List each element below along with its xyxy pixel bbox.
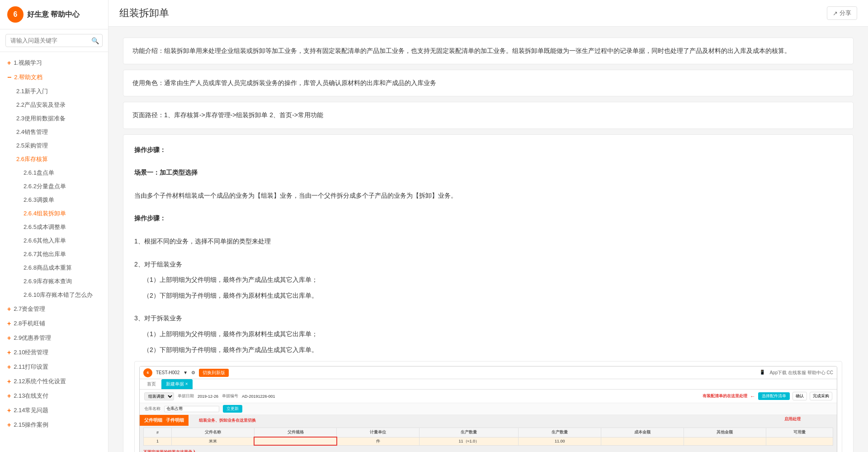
ms-top-table-wrap: # 父件名称 父件规格 计量单位 生产数量 生产数量 成本金额 其他金额 可用量: [140, 426, 837, 447]
logo-area: 6 好生意 帮助中心: [0, 0, 108, 29]
ms-col-prod-qty2: 生产数量: [519, 428, 601, 438]
ms-date-value: 2019-12-26: [198, 394, 218, 399]
ms-switch-btn[interactable]: 切换到新版: [199, 369, 229, 377]
sidebar: 6 好生意 帮助中心 🔍 + 1.视频学习 − 2.帮助文档 2.1新手入门 2…: [0, 0, 108, 452]
step2: 2、对于组装业务: [134, 258, 842, 271]
ms-col-hash: #: [144, 428, 172, 438]
expand-icon-2-12: +: [7, 378, 11, 385]
sidebar-item-2-13[interactable]: + 2.13在线支付: [0, 389, 108, 403]
sidebar-item-2-6-7[interactable]: 2.6.7其他出库单: [0, 247, 108, 261]
ms-cell-unit: 件: [337, 437, 420, 445]
sidebar-item-2-10[interactable]: + 2.10经营管理: [0, 345, 108, 360]
sidebar-item-2-6-6[interactable]: 2.6.6其他入库单: [0, 234, 108, 247]
ms-annotation-tabs: 组装业务、拆卸业务在这里切换: [199, 418, 256, 423]
sidebar-item-2-11-label: 2.11打印设置: [14, 363, 48, 371]
sidebar-item-2-6-3[interactable]: 2.6.3调拨单: [0, 193, 108, 207]
sidebar-item-2-1[interactable]: 2.1新手入门: [0, 85, 108, 98]
ms-col-cost: 成本金额: [601, 428, 684, 438]
ms-update-btn[interactable]: 立更新: [223, 405, 242, 413]
screenshot-container: 6 TEST-H002 ▼ ⚙ 切换到新版 📱 App下载 在线客服 帮助中心 …: [134, 361, 842, 452]
sidebar-item-2-15[interactable]: + 2.15操作案例: [0, 418, 108, 432]
ms-col-avail: 可用量: [766, 428, 833, 438]
logo-text: 好生意 帮助中心: [27, 10, 80, 19]
step3: 3、对于拆装业务: [134, 312, 842, 324]
ms-cell-parent-name: 米米: [172, 437, 255, 445]
expand-icon-2-7: +: [7, 305, 11, 313]
ms-toolbar-right: 有装配清单的在这里处理 ← 选择配件清单 确认 完成采购: [279, 392, 832, 400]
step3-1: （1）上部明细为父件明细，最终作为原材料生成其它出库单；: [143, 328, 842, 340]
step3-2: （2）下部明细为子件明细，最终作为产成品生成其它入库单。: [143, 344, 842, 356]
sidebar-item-2-6-5[interactable]: 2.6.5成本调整单: [0, 220, 108, 234]
sidebar-item-2[interactable]: − 2.帮助文档: [0, 70, 108, 85]
steps-title: 操作步骤：: [134, 212, 842, 224]
ms-col-prod-qty: 生产数量: [420, 428, 519, 438]
ms-tab-new-order[interactable]: 新建单据 ×: [161, 379, 193, 389]
ms-icons-text: App下载 在线客服 帮助中心 CC: [769, 370, 833, 376]
ms-select-config-btn[interactable]: 选择配件清单: [758, 392, 790, 400]
ms-company-id: TEST-H002: [156, 370, 179, 375]
sidebar-item-2-6-9[interactable]: 2.6.9库存账本查询: [0, 275, 108, 288]
sidebar-item-2-6-8[interactable]: 2.6.8商品成本重算: [0, 261, 108, 275]
sidebar-item-2-4[interactable]: 2.4销售管理: [0, 125, 108, 139]
sidebar-item-2-6-2[interactable]: 2.6.2分量盘点单: [0, 180, 108, 193]
sidebar-item-2-5[interactable]: 2.5采购管理: [0, 139, 108, 152]
ms-cell-cost: [601, 437, 684, 445]
sidebar-item-2-2[interactable]: 2.2产品安装及登录: [0, 98, 108, 112]
ms-warehouse-label: 仓库名称: [144, 406, 160, 412]
ms-top-table: # 父件名称 父件规格 计量单位 生产数量 生产数量 成本金额 其他金额 可用量: [143, 428, 833, 446]
role-box: 使用角色：通常由生产人员或库管人员完成拆装业务的操作，库管人员确认原材料的出库和…: [123, 70, 854, 96]
ms-warehouse-input[interactable]: [164, 406, 219, 412]
ms-toolbar: 组装调拨 单据日期 2019-12-26 单据编号 AD-20191226-00…: [140, 390, 837, 403]
sidebar-item-2-9[interactable]: + 2.9优惠券管理: [0, 331, 108, 345]
scene-title: 场景一：加工类型选择: [134, 167, 842, 179]
ms-type-select[interactable]: 组装调拨: [144, 392, 174, 400]
ms-finish-btn[interactable]: 完成采购: [810, 392, 832, 400]
sidebar-item-2-14-label: 2.14常见问题: [14, 406, 48, 414]
ms-num-label: 单据编号: [222, 393, 238, 399]
sidebar-item-2-6-4[interactable]: 2.6.4组装拆卸单: [0, 207, 108, 220]
ms-cell-avail: [766, 437, 833, 445]
sidebar-item-2-14[interactable]: + 2.14常见问题: [0, 403, 108, 418]
sidebar-item-2-7-label: 2.7资金管理: [14, 305, 45, 313]
sidebar-item-1-label: 1.视频学习: [14, 59, 42, 67]
ms-bottom-table-wrap: 不固定连平的组装在这里录入 # 子件名称 规格型号 计量单位 计划数量 实际数量: [140, 447, 837, 452]
ms-col-other: 其他金额: [684, 428, 766, 438]
search-input[interactable]: [5, 34, 103, 47]
sidebar-item-2-8-label: 2.8手机旺铺: [14, 319, 45, 328]
scene-desc: 当由多个子件材料组装成一个成品的业务为【组装】业务，当由一个父件拆分成多个子产品…: [134, 190, 842, 202]
share-label: 分享: [840, 9, 851, 17]
expand-icon-2-11: +: [7, 363, 11, 371]
sidebar-item-2-13-label: 2.13在线支付: [14, 392, 48, 400]
sidebar-item-2-9-label: 2.9优惠券管理: [14, 334, 51, 342]
ms-cell-prod1: 11（≈1.0）: [420, 437, 519, 445]
sidebar-item-2-15-label: 2.15操作案例: [14, 421, 48, 429]
sidebar-item-2-6-1[interactable]: 2.6.1盘点单: [0, 166, 108, 180]
ms-top-table-row: 1 米米 件 11（≈1.0） 11.00: [144, 437, 833, 445]
sidebar-item-2-6-10[interactable]: 2.6.10库存账本错了怎么办: [0, 288, 108, 302]
ms-cell-other: [684, 437, 766, 445]
ms-annotation1: 有装配清单的在这里处理: [703, 393, 747, 399]
sidebar-item-2-6-label: 2.6库存核算: [16, 156, 48, 162]
main-area: 组装拆卸单 ↗ 分享 功能介绍：组装拆卸单用来处理企业组装或拆卸等加工业务，支持…: [108, 0, 868, 452]
ms-tab-home[interactable]: 首页: [143, 379, 160, 389]
sidebar-item-2-6[interactable]: 2.6库存核算: [0, 152, 108, 166]
sidebar-item-2-7[interactable]: + 2.7资金管理: [0, 302, 108, 316]
expand-icon-2-10: +: [7, 349, 11, 356]
step1: 1、根据不同的业务，选择不同单据的类型来处理: [134, 235, 842, 247]
sidebar-item-1[interactable]: + 1.视频学习: [0, 56, 108, 70]
ms-cell-num: 1: [144, 437, 172, 445]
operations-block: 操作步骤： 场景一：加工类型选择 当由多个子件材料组装成一个成品的业务为【组装】…: [123, 134, 854, 452]
ms-confirm-btn[interactable]: 确认: [793, 392, 807, 400]
sidebar-item-2-8[interactable]: + 2.8手机旺铺: [0, 316, 108, 331]
ms-col-parent-name: 父件名称: [172, 428, 255, 438]
sidebar-item-2-11[interactable]: + 2.11打印设置: [0, 360, 108, 374]
sidebar-item-2-3[interactable]: 2.3使用前数据准备: [0, 112, 108, 125]
ms-settings-icon: ⚙: [191, 370, 195, 375]
expand-icon-2-8: +: [7, 320, 11, 327]
share-button[interactable]: ↗ 分享: [827, 6, 857, 20]
sidebar-item-2-12-label: 2.12系统个性化设置: [14, 377, 66, 385]
sidebar-item-2-12[interactable]: + 2.12系统个性化设置: [0, 374, 108, 389]
search-area: 🔍: [0, 29, 108, 52]
ms-topbar-icons: 📱 App下载 在线客服 帮助中心 CC: [760, 370, 833, 376]
search-icon: 🔍: [91, 37, 99, 44]
